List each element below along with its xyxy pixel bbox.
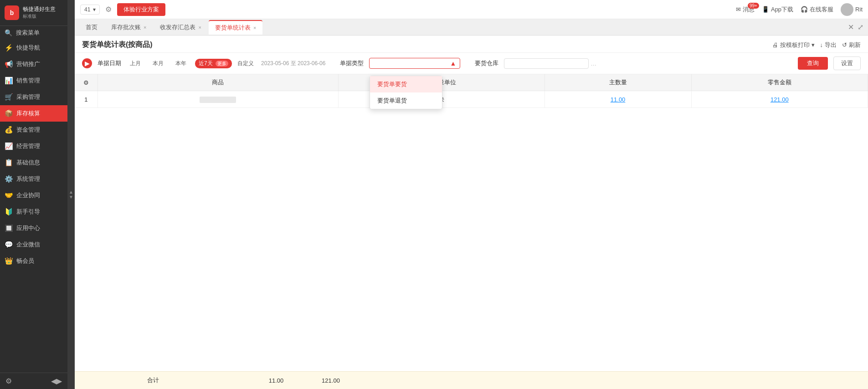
page-header: 要货单统计表(按商品) 🖨 按模板打印 ▾ ↓ 导出 ↺ 刷新 [75,36,868,53]
sidebar-icon-guide: 🔰 [5,208,13,216]
user-avatar-btn[interactable]: Rit [841,3,863,16]
tab-close-batch-account[interactable]: × [144,25,146,30]
sidebar-label-wechat: 企业微信 [16,241,40,249]
type-select-arrow-icon[interactable]: ▲ [450,60,456,67]
footer-amount: 121.00 [303,377,358,384]
settings-btn[interactable]: 设置 [833,56,861,70]
search-btn[interactable]: 查询 [798,57,828,70]
sidebar-label-operation: 经营管理 [16,142,40,150]
topbar: 41 ▾ ⚙ 体验行业方案 ✉ 消息 99+ 📱 App下载 🎧 在线客服 R [75,0,868,19]
type-select-input[interactable] [373,60,450,67]
app-download-btn[interactable]: 📱 App下载 [762,5,793,14]
expand-icon[interactable]: ⤢ [858,23,863,31]
sidebar-search[interactable]: 🔍 搜索菜单 [0,26,67,40]
warehouse-dots-icon[interactable]: … [591,60,596,67]
export-btn[interactable]: ↓ 导出 [820,41,837,49]
search-icon: 🔍 [5,29,12,36]
sidebar-icon-app-center: 🔲 [5,224,13,232]
cell-qty-0: 11.00 [544,91,691,108]
sidebar-item-basic[interactable]: 📋基础信息 [0,154,67,171]
prev-month-btn[interactable]: 上月 [127,59,144,68]
date-label: 单据日期 [98,59,121,67]
sidebar-item-app-center[interactable]: 🔲应用中心 [0,220,67,236]
sidebar-label-purchase: 采购管理 [16,93,40,101]
sidebar-icon-coop: 🤝 [5,191,13,200]
tab-close-recv-summary[interactable]: × [198,25,201,30]
sidebar-item-sales[interactable]: 📊销售管理 [0,72,67,89]
dropdown-item-return[interactable]: 要货单退货 [370,92,442,109]
sidebar-item-inventory[interactable]: 📦库存核算 [0,105,67,122]
sidebar-scroll-handle[interactable]: ▲ ▼ [67,0,75,389]
tabs-bar: 首页库存批次账×收发存汇总表×要货单统计表× ✕ ⤢ [75,19,868,36]
table-settings-icon[interactable]: ⚙ [83,79,89,86]
dropdown-item-order[interactable]: 要货单要货 [370,76,442,92]
sidebar-item-quick-nav[interactable]: ⚡快捷导航 [0,40,67,56]
export-label: 导出 [825,41,837,49]
tab-recv-summary[interactable]: 收发存汇总表× [154,20,207,34]
sidebar-item-finance[interactable]: 💰资金管理 [0,122,67,138]
refresh-btn[interactable]: ↺ 刷新 [842,41,861,49]
search-label: 搜索菜单 [16,29,40,37]
type-label: 单据类型 [340,59,364,67]
cell-amount-0: 121.00 [691,91,868,108]
refresh-icon: ↺ [842,41,847,48]
sidebar-icon-finance: 💰 [5,126,13,134]
app-subtitle: 标准版 [23,13,56,20]
tab-order-stats[interactable]: 要货单统计表× [209,20,262,35]
sidebar-label-guide: 新手引导 [16,208,40,216]
print-btn[interactable]: 🖨 按模板打印 ▾ [772,41,815,49]
table-body: 1 块 11.00 121.00 [75,91,868,108]
sidebar: b 畅捷通好生意 标准版 🔍 搜索菜单 ⚡快捷导航📢营销推广📊销售管理🛒采购管理… [0,0,67,389]
warehouse-input[interactable] [504,58,589,69]
tab-close-order-stats[interactable]: × [253,25,256,31]
online-service-btn[interactable]: 🎧 在线客服 [801,5,833,14]
tab-label-home: 首页 [86,23,98,31]
cell-product-0 [98,91,338,108]
sidebar-item-system[interactable]: ⚙️系统管理 [0,171,67,187]
sidebar-icon-system: ⚙️ [5,175,13,183]
sidebar-icon-quick-nav: ⚡ [5,44,13,52]
selector-chevron-icon: ▾ [93,6,96,13]
col-header-settings: ⚙ [75,74,98,91]
messages-btn[interactable]: ✉ 消息 99+ [736,5,755,14]
tab-home[interactable]: 首页 [79,20,104,34]
cell-index-0: 1 [75,91,98,108]
last7days-label: 近7天 [199,60,213,67]
collapse-icon[interactable]: ◀▶ [51,377,62,385]
this-month-btn[interactable]: 本月 [149,59,167,68]
sidebar-item-coop[interactable]: 🤝企业协同 [0,187,67,204]
sidebar-icon-wechat: 💬 [5,241,13,249]
col-header-product: 商品 [98,74,338,91]
settings-icon[interactable]: ⚙ [5,377,12,385]
sidebar-item-wechat[interactable]: 💬企业微信 [0,236,67,253]
app-logo: b [5,5,19,20]
sidebar-icon-marketing: 📢 [5,60,13,68]
industry-btn[interactable]: 体验行业方案 [117,3,165,16]
sidebar-label-app-center: 应用中心 [16,224,40,232]
sidebar-item-marketing[interactable]: 📢营销推广 [0,56,67,72]
sidebar-item-operation[interactable]: 📈经营管理 [0,138,67,154]
print-label: 按模板打印 [780,41,810,49]
tabs-actions: ✕ ⤢ [848,23,863,31]
sidebar-label-marketing: 营销推广 [16,60,40,68]
last7days-btn[interactable]: 近7天 更多 [195,59,232,68]
avatar [841,3,853,16]
message-icon: ✉ [736,6,741,13]
sidebar-label-finance: 资金管理 [16,126,40,134]
custom-date-btn[interactable]: 自定义 [237,60,254,67]
sidebar-item-guide[interactable]: 🔰新手引导 [0,204,67,220]
messages-badge: 99+ [748,3,759,9]
footer-qty: 11.00 [249,377,303,384]
sidebar-label-basic: 基础信息 [16,159,40,167]
topbar-gear-icon[interactable]: ⚙ [105,5,112,14]
sidebar-item-vip[interactable]: 👑畅会员 [0,253,67,269]
tab-batch-account[interactable]: 库存批次账× [105,20,153,34]
sidebar-item-purchase[interactable]: 🛒采购管理 [0,89,67,105]
sidebar-footer: ⚙ ◀▶ [0,373,67,389]
this-year-btn[interactable]: 本年 [172,59,190,68]
company-selector[interactable]: 41 ▾ [80,5,100,15]
filter-toggle-btn[interactable]: ▶ [82,58,92,68]
scroll-down-icon: ▼ [69,194,73,200]
footer-total-label: 合计 [103,376,203,384]
close-all-icon[interactable]: ✕ [848,23,854,31]
